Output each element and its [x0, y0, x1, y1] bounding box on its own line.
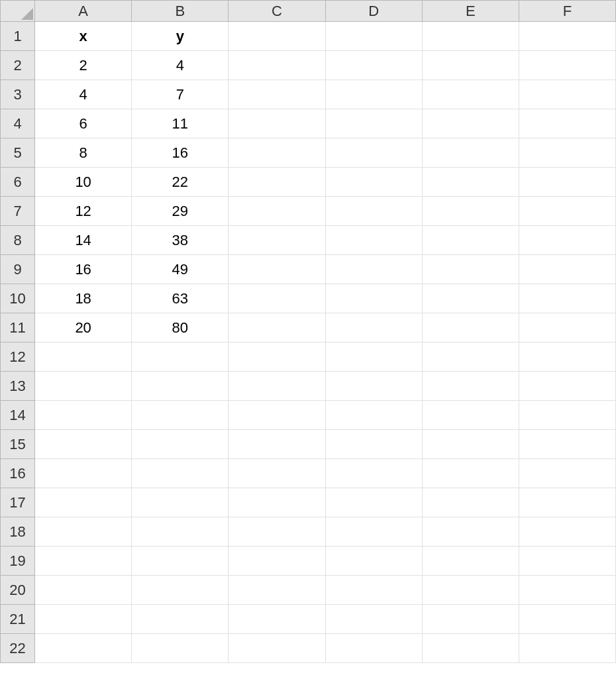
cell-F17[interactable] — [519, 488, 615, 517]
row-header-20[interactable]: 20 — [1, 576, 35, 605]
row-header-3[interactable]: 3 — [1, 80, 35, 109]
cell-A9[interactable]: 16 — [35, 255, 132, 284]
cell-D22[interactable] — [325, 634, 422, 663]
cell-D10[interactable] — [325, 284, 422, 313]
cell-E5[interactable] — [422, 138, 519, 168]
row-header-6[interactable]: 6 — [1, 168, 35, 197]
cell-A8[interactable]: 14 — [35, 226, 132, 255]
cell-D8[interactable] — [325, 226, 422, 255]
cell-C15[interactable] — [229, 430, 325, 459]
cell-B7[interactable]: 29 — [132, 197, 229, 226]
cell-D12[interactable] — [325, 342, 422, 372]
cell-E3[interactable] — [422, 80, 519, 109]
row-header-9[interactable]: 9 — [1, 255, 35, 284]
cell-B9[interactable]: 49 — [132, 255, 229, 284]
row-header-2[interactable]: 2 — [1, 51, 35, 80]
cell-C8[interactable] — [229, 226, 325, 255]
cell-E18[interactable] — [422, 517, 519, 547]
cell-C3[interactable] — [229, 80, 325, 109]
cell-F2[interactable] — [519, 51, 615, 80]
cell-D7[interactable] — [325, 197, 422, 226]
cell-A2[interactable]: 2 — [35, 51, 132, 80]
cell-C22[interactable] — [229, 634, 325, 663]
row-header-18[interactable]: 18 — [1, 517, 35, 547]
cell-F13[interactable] — [519, 372, 615, 401]
cell-B17[interactable] — [132, 488, 229, 517]
cell-D14[interactable] — [325, 401, 422, 430]
cell-D17[interactable] — [325, 488, 422, 517]
col-header-A[interactable]: A — [35, 1, 132, 22]
row-header-13[interactable]: 13 — [1, 372, 35, 401]
cell-C19[interactable] — [229, 547, 325, 576]
cell-A10[interactable]: 18 — [35, 284, 132, 313]
cell-F19[interactable] — [519, 547, 615, 576]
row-header-8[interactable]: 8 — [1, 226, 35, 255]
cell-F15[interactable] — [519, 430, 615, 459]
cell-D1[interactable] — [325, 22, 422, 51]
cell-E11[interactable] — [422, 313, 519, 342]
cell-A20[interactable] — [35, 576, 132, 605]
cell-A3[interactable]: 4 — [35, 80, 132, 109]
cell-B10[interactable]: 63 — [132, 284, 229, 313]
row-header-16[interactable]: 16 — [1, 459, 35, 488]
cell-D2[interactable] — [325, 51, 422, 80]
cell-F11[interactable] — [519, 313, 615, 342]
cell-F1[interactable] — [519, 22, 615, 51]
cell-F3[interactable] — [519, 80, 615, 109]
cell-A14[interactable] — [35, 401, 132, 430]
cell-D16[interactable] — [325, 459, 422, 488]
cell-C9[interactable] — [229, 255, 325, 284]
cell-E9[interactable] — [422, 255, 519, 284]
cell-A18[interactable] — [35, 517, 132, 547]
cell-B21[interactable] — [132, 605, 229, 634]
row-header-1[interactable]: 1 — [1, 22, 35, 51]
cell-F22[interactable] — [519, 634, 615, 663]
cell-C21[interactable] — [229, 605, 325, 634]
cell-C7[interactable] — [229, 197, 325, 226]
cell-B22[interactable] — [132, 634, 229, 663]
cell-A6[interactable]: 10 — [35, 168, 132, 197]
cell-F4[interactable] — [519, 109, 615, 138]
cell-F20[interactable] — [519, 576, 615, 605]
cell-D20[interactable] — [325, 576, 422, 605]
cell-E21[interactable] — [422, 605, 519, 634]
cell-B3[interactable]: 7 — [132, 80, 229, 109]
cell-B19[interactable] — [132, 547, 229, 576]
cell-E7[interactable] — [422, 197, 519, 226]
col-header-B[interactable]: B — [132, 1, 229, 22]
cell-A5[interactable]: 8 — [35, 138, 132, 168]
cell-C17[interactable] — [229, 488, 325, 517]
cell-B14[interactable] — [132, 401, 229, 430]
cell-A19[interactable] — [35, 547, 132, 576]
cell-D4[interactable] — [325, 109, 422, 138]
cell-A15[interactable] — [35, 430, 132, 459]
cell-A21[interactable] — [35, 605, 132, 634]
cell-F6[interactable] — [519, 168, 615, 197]
cell-E1[interactable] — [422, 22, 519, 51]
cell-F9[interactable] — [519, 255, 615, 284]
cell-F16[interactable] — [519, 459, 615, 488]
cell-E12[interactable] — [422, 342, 519, 372]
cell-B15[interactable] — [132, 430, 229, 459]
row-header-7[interactable]: 7 — [1, 197, 35, 226]
row-header-5[interactable]: 5 — [1, 138, 35, 168]
cell-F14[interactable] — [519, 401, 615, 430]
cell-B4[interactable]: 11 — [132, 109, 229, 138]
cell-B8[interactable]: 38 — [132, 226, 229, 255]
cell-E14[interactable] — [422, 401, 519, 430]
cell-C13[interactable] — [229, 372, 325, 401]
cell-F18[interactable] — [519, 517, 615, 547]
spreadsheet-grid[interactable]: A B C D E F 1xy2243474611581661022712298… — [0, 0, 616, 681]
cell-E19[interactable] — [422, 547, 519, 576]
cell-C5[interactable] — [229, 138, 325, 168]
cell-C6[interactable] — [229, 168, 325, 197]
cell-D19[interactable] — [325, 547, 422, 576]
cell-B5[interactable]: 16 — [132, 138, 229, 168]
cell-E15[interactable] — [422, 430, 519, 459]
col-header-C[interactable]: C — [229, 1, 325, 22]
cell-A13[interactable] — [35, 372, 132, 401]
cell-B16[interactable] — [132, 459, 229, 488]
cell-A16[interactable] — [35, 459, 132, 488]
row-header-17[interactable]: 17 — [1, 488, 35, 517]
cell-E2[interactable] — [422, 51, 519, 80]
